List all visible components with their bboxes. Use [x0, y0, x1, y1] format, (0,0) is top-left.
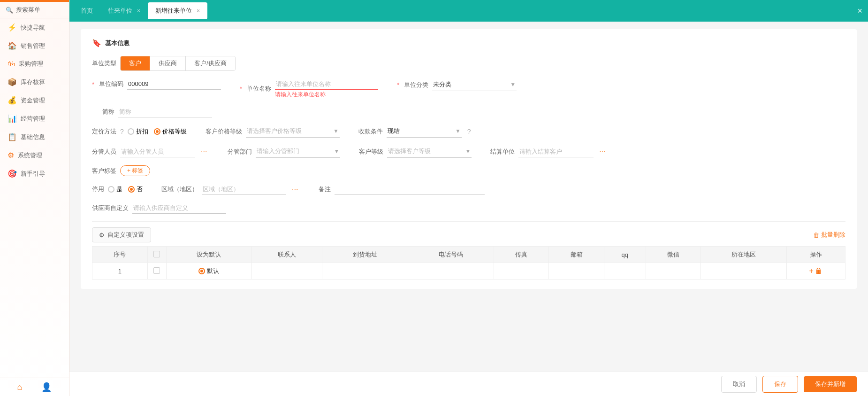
unit-name-field-wrap: 请输入往来单位名称	[275, 78, 378, 99]
sidebar-item-sales[interactable]: 🏠 销售管理	[0, 37, 69, 55]
row-default-radio-dot[interactable]	[198, 268, 205, 274]
unit-category-value: 未分类	[433, 80, 508, 89]
manager-input[interactable]	[120, 146, 195, 157]
sidebar-item-finance[interactable]: 💰 资金管理	[0, 91, 69, 109]
unit-type-customer[interactable]: 客户	[121, 56, 150, 70]
user-icon[interactable]: 👤	[41, 382, 52, 392]
sidebar-item-operations[interactable]: 📊 经营管理	[0, 109, 69, 128]
pricing-discount-radio[interactable]	[128, 128, 134, 135]
add-tag-button[interactable]: + 标签	[120, 165, 150, 176]
unit-category-dropdown[interactable]: 未分类 ▼	[432, 78, 517, 91]
gear-icon: ⚙	[99, 232, 105, 239]
remark-input[interactable]	[335, 184, 485, 195]
short-name-field: 简称	[92, 106, 212, 117]
unit-type-supplier[interactable]: 供应商	[150, 56, 186, 70]
manager-field: 分管人员 ···	[92, 146, 209, 157]
col-no: 序号	[92, 247, 148, 263]
sidebar-item-label: 采购管理	[19, 60, 43, 68]
window-close-icon[interactable]: ×	[857, 6, 862, 16]
supplier-custom-label: 供应商自定义	[92, 204, 129, 212]
disabled-row: 停用 是 否 区域（地区） ···	[92, 184, 845, 195]
pricing-help-icon[interactable]: ?	[120, 128, 124, 135]
pricing-level-radio[interactable]	[154, 128, 160, 135]
manager-row: 分管人员 ··· 分管部门 请输入分管部门 ▼ 客户等级 请选择客户等级 ▼	[92, 145, 845, 158]
batch-delete-button[interactable]: 🗑 批量删除	[813, 231, 845, 239]
department-chevron-icon: ▼	[334, 148, 339, 155]
unit-type-label: 单位类型	[92, 59, 116, 68]
sidebar-bottom: ⌂ 👤	[0, 378, 69, 396]
unit-type-group: 客户 供应商 客户/供应商	[120, 56, 236, 71]
row-phone	[408, 263, 494, 280]
payment-terms-label: 收款条件	[358, 127, 383, 136]
disabled-no-option[interactable]: 否	[128, 185, 143, 194]
short-name-input[interactable]	[118, 106, 212, 117]
row-add-button[interactable]: +	[809, 267, 813, 275]
tab-new-counterparty-close[interactable]: ×	[197, 8, 200, 14]
col-contact: 联系人	[252, 247, 322, 263]
row-wechat	[646, 263, 701, 280]
pricing-level-option[interactable]: 价格等级	[154, 127, 187, 136]
supplier-custom-field: 供应商自定义	[92, 202, 226, 214]
custom-settings-button[interactable]: ⚙ 自定义项设置	[92, 227, 151, 242]
manager-ellipsis-icon[interactable]: ···	[199, 148, 209, 156]
unit-type-row: 单位类型 客户 供应商 客户/供应商	[92, 56, 845, 71]
pricing-radio-group: 折扣 价格等级	[128, 127, 187, 136]
sidebar: 🔍 搜索菜单 ⚡ 快捷导航 🏠 销售管理 🛍 采购管理 📦 库存核算 💰 资金管…	[0, 0, 69, 396]
save-new-button[interactable]: 保存并新增	[804, 376, 857, 392]
customer-price-dropdown[interactable]: 请选择客户价格等级 ▼	[246, 125, 340, 138]
col-email: 邮箱	[549, 247, 604, 263]
unit-code-input[interactable]	[127, 78, 221, 90]
disabled-no-radio[interactable]	[128, 186, 135, 193]
tab-home[interactable]: 首页	[73, 2, 100, 19]
row-fax	[494, 263, 549, 280]
operations-icon: 📊	[8, 114, 17, 123]
unit-name-error: 请输入往来单位名称	[275, 91, 378, 99]
sidebar-item-inventory[interactable]: 📦 库存核算	[0, 73, 69, 91]
row-delete-button[interactable]: 🗑	[815, 267, 822, 275]
save-button[interactable]: 保存	[762, 376, 798, 393]
region-ellipsis-icon[interactable]: ···	[290, 185, 300, 194]
customer-level-field: 客户等级 请选择客户等级 ▼	[359, 145, 472, 158]
customer-level-dropdown[interactable]: 请选择客户等级 ▼	[387, 145, 472, 158]
region-field: 区域（地区） ···	[161, 184, 300, 195]
select-all-checkbox[interactable]	[153, 251, 160, 257]
unit-name-input[interactable]	[275, 78, 378, 90]
sidebar-item-label: 快捷导航	[21, 23, 45, 32]
basic-info-card: 🔖 基本信息 单位类型 客户 供应商 客户/供应商 * 单位编码	[81, 29, 857, 289]
sidebar-item-basic-info[interactable]: 📋 基础信息	[0, 128, 69, 146]
disabled-yes-radio[interactable]	[108, 186, 114, 193]
tab-counterparty-close[interactable]: ×	[137, 8, 140, 14]
supplier-custom-input[interactable]	[132, 202, 226, 214]
tab-counterparty[interactable]: 往来单位 ×	[100, 2, 148, 19]
region-input[interactable]	[202, 184, 286, 195]
row-no: 1	[92, 263, 148, 280]
col-fax: 传真	[494, 247, 549, 263]
sidebar-item-system[interactable]: ⚙ 系统管理	[0, 146, 69, 164]
payment-terms-dropdown[interactable]: 现结 ▼	[387, 125, 462, 138]
pricing-discount-option[interactable]: 折扣	[128, 127, 148, 136]
sidebar-item-purchase[interactable]: 🛍 采购管理	[0, 55, 69, 73]
row-checkbox[interactable]	[153, 267, 160, 274]
customer-price-field: 客户价格等级 请选择客户价格等级 ▼	[206, 125, 340, 138]
sidebar-search[interactable]: 🔍 搜索菜单	[0, 2, 69, 18]
payment-help-icon[interactable]: ?	[467, 128, 471, 135]
disabled-yes-option[interactable]: 是	[108, 185, 122, 194]
pricing-method-label: 定价方法	[92, 127, 116, 136]
footer-bar: 取消 保存 保存并新增	[69, 372, 868, 396]
sidebar-item-guide[interactable]: 🎯 新手引导	[0, 164, 69, 183]
sidebar-item-quick-nav[interactable]: ⚡ 快捷导航	[0, 18, 69, 37]
cancel-button[interactable]: 取消	[721, 376, 757, 393]
home-icon[interactable]: ⌂	[17, 382, 23, 392]
col-checkbox	[147, 247, 166, 263]
row-contact	[252, 263, 322, 280]
settlement-input[interactable]	[518, 146, 594, 157]
settlement-ellipsis-icon[interactable]: ···	[597, 148, 607, 156]
tab-new-counterparty[interactable]: 新增往来单位 ×	[148, 2, 207, 19]
department-dropdown[interactable]: 请输入分管部门 ▼	[256, 145, 340, 158]
department-placeholder: 请输入分管部门	[257, 147, 332, 155]
row-default-radio[interactable]: 默认	[171, 267, 247, 275]
row-email	[549, 263, 604, 280]
unit-category-label: 单位分类	[404, 81, 428, 89]
section-icon: 🔖	[92, 39, 101, 47]
unit-type-both[interactable]: 客户/供应商	[186, 56, 235, 70]
